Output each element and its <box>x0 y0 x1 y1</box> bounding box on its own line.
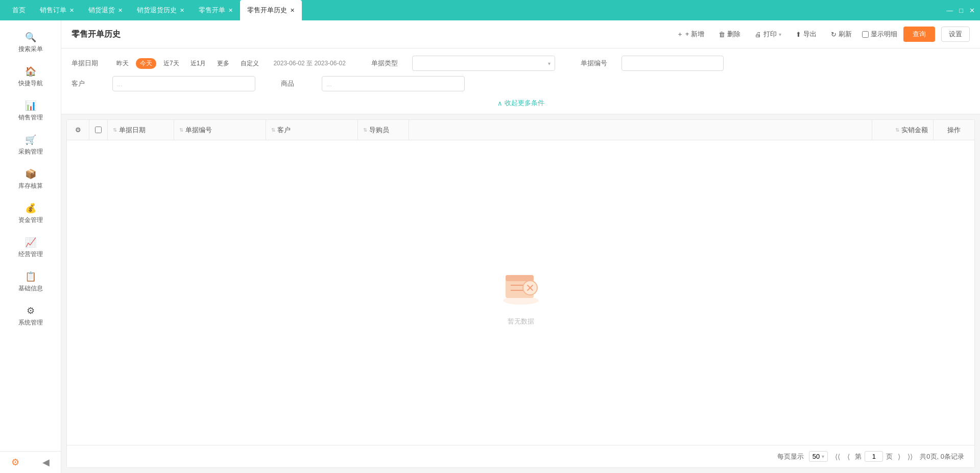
date-opt-1month[interactable]: 近1月 <box>186 58 210 69</box>
sort-amount-icon: ⇅ <box>895 128 899 133</box>
tab-retail-open-history[interactable]: 零售开单历史 ✕ <box>240 0 302 20</box>
sort-guide-icon: ⇅ <box>363 128 367 133</box>
close-tab-sales-order[interactable]: ✕ <box>69 7 74 14</box>
sort-order-no-icon: ⇅ <box>179 128 183 133</box>
th-guide[interactable]: ⇅ 导购员 <box>358 120 409 140</box>
th-spacer <box>409 120 872 140</box>
date-opt-more[interactable]: 更多 <box>213 58 233 69</box>
customer-input[interactable]: ... <box>112 76 255 91</box>
refresh-button[interactable]: ↻ 刷新 <box>827 28 856 41</box>
sidebar-item-purchase[interactable]: 🛒 采购管理 <box>0 128 61 162</box>
sidebar-bottom: ⚙ ◀ <box>0 451 61 473</box>
export-button[interactable]: ⬆ 导出 <box>792 28 821 41</box>
export-icon: ⬆ <box>796 31 801 38</box>
add-icon: ＋ <box>677 30 683 39</box>
first-page-btn[interactable]: ⟨⟨ <box>833 452 842 462</box>
th-checkbox[interactable] <box>89 120 108 140</box>
date-opt-today[interactable]: 今天 <box>136 58 156 69</box>
sidebar-item-quick-nav[interactable]: 🏠 快捷导航 <box>0 60 61 94</box>
table-header: ⚙ ⇅ 单据日期 ⇅ 单据编号 ⇅ 客户 ⇅ <box>67 120 974 140</box>
tab-home[interactable]: 首页 <box>5 0 33 20</box>
gear-icon: ⚙ <box>75 126 81 134</box>
total-info: 共0页, 0条记录 <box>920 452 964 461</box>
th-amount[interactable]: ⇅ 实销金额 <box>872 120 934 140</box>
print-button[interactable]: 🖨 打印 ▾ <box>751 28 785 41</box>
per-page-label: 每页显示 <box>777 452 804 461</box>
date-opt-yesterday[interactable]: 昨天 <box>112 58 133 69</box>
per-page-value: 50 <box>812 453 820 460</box>
delete-button[interactable]: 🗑 删除 <box>714 28 745 41</box>
page-title: 零售开单历史 <box>71 29 121 40</box>
tab-sales-order[interactable]: 销售订单 ✕ <box>33 0 81 20</box>
window-controls: — □ ✕ <box>946 7 975 14</box>
date-opt-7days[interactable]: 近7天 <box>159 58 183 69</box>
sidebar-settings-btn[interactable]: ⚙ <box>11 457 19 468</box>
goods-label: 商品 <box>281 79 312 88</box>
settings-button[interactable]: 设置 <box>941 27 970 42</box>
close-tab-sales-return[interactable]: ✕ <box>118 7 123 14</box>
system-icon: ⚙ <box>27 305 35 316</box>
add-button[interactable]: ＋ + 新增 <box>673 28 708 41</box>
th-op: 操作 <box>934 120 974 140</box>
maximize-btn[interactable]: □ <box>959 7 963 14</box>
empty-state: 暂无数据 <box>67 140 974 445</box>
window-close-btn[interactable]: ✕ <box>969 7 975 14</box>
sidebar-item-system[interactable]: ⚙ 系统管理 <box>0 299 61 333</box>
collapse-row: ∧ 收起更多条件 <box>71 96 970 110</box>
tab-sales-return[interactable]: 销货退货 ✕ <box>81 0 130 20</box>
order-no-label: 单据编号 <box>581 59 611 68</box>
page-nav: ⟨⟨ ⟨ 第 页 ⟩ ⟩⟩ <box>833 451 915 462</box>
operation-icon: 📈 <box>25 237 36 248</box>
next-page-btn[interactable]: ⟩ <box>896 452 902 462</box>
customer-label: 客户 <box>71 79 102 88</box>
sidebar-item-inventory[interactable]: 📦 库存核算 <box>0 162 61 196</box>
sales-icon: 📊 <box>25 100 36 111</box>
main-layout: 🔍 搜索采单 🏠 快捷导航 📊 销售管理 🛒 采购管理 📦 库存核算 💰 资金管… <box>0 20 980 473</box>
th-date[interactable]: ⇅ 单据日期 <box>108 120 174 140</box>
last-page-btn[interactable]: ⟩⟩ <box>905 452 915 462</box>
table-area: ⚙ ⇅ 单据日期 ⇅ 单据编号 ⇅ 客户 ⇅ <box>66 119 975 468</box>
purchase-icon: 🛒 <box>25 134 36 145</box>
close-tab-retail-open[interactable]: ✕ <box>228 7 233 14</box>
base-info-icon: 📋 <box>25 271 36 282</box>
date-opt-custom[interactable]: 自定义 <box>236 58 263 69</box>
print-icon: 🖨 <box>755 31 761 38</box>
th-gear[interactable]: ⚙ <box>67 120 89 140</box>
empty-illustration <box>495 260 546 311</box>
tab-sales-return-history[interactable]: 销货退货历史 ✕ <box>130 0 192 20</box>
prev-page-btn[interactable]: ⟨ <box>845 452 852 462</box>
order-type-label: 单据类型 <box>371 59 402 68</box>
close-tab-retail-open-history[interactable]: ✕ <box>290 7 295 14</box>
th-customer[interactable]: ⇅ 客户 <box>266 120 358 140</box>
filter-row-1: 单据日期 昨天 今天 近7天 近1月 更多 自定义 2023-06-02 至 2… <box>71 56 970 71</box>
order-no-input[interactable] <box>622 56 724 71</box>
sort-date-icon: ⇅ <box>113 128 117 133</box>
minimize-btn[interactable]: — <box>946 7 953 14</box>
per-page-select[interactable]: 50 ▾ <box>809 451 828 462</box>
close-tab-sales-return-history[interactable]: ✕ <box>180 7 184 14</box>
goods-input[interactable]: ... <box>322 76 465 91</box>
sidebar-item-search[interactable]: 🔍 搜索采单 <box>0 26 61 60</box>
select-all-checkbox[interactable] <box>95 127 102 133</box>
collapse-button[interactable]: ∧ 收起更多条件 <box>497 98 544 108</box>
empty-svg <box>495 260 546 311</box>
delete-icon: 🗑 <box>719 31 725 38</box>
empty-text: 暂无数据 <box>508 317 534 326</box>
date-label: 单据日期 <box>71 59 102 68</box>
date-range-text: 2023-06-02 至 2023-06-02 <box>273 59 345 68</box>
order-type-select[interactable]: ▾ <box>412 56 555 71</box>
display-detail-input[interactable] <box>862 31 869 38</box>
query-button[interactable]: 查询 <box>903 27 935 42</box>
collapse-arrow-icon: ∧ <box>497 99 503 107</box>
refresh-icon: ↻ <box>831 31 836 38</box>
sidebar-collapse-btn[interactable]: ◀ <box>42 457 50 468</box>
tab-retail-open[interactable]: 零售开单 ✕ <box>192 0 240 20</box>
sidebar-item-base-info[interactable]: 📋 基础信息 <box>0 265 61 299</box>
sidebar-item-operation[interactable]: 📈 经营管理 <box>0 231 61 265</box>
display-detail-checkbox[interactable]: 显示明细 <box>862 30 897 39</box>
page-input[interactable] <box>865 451 883 462</box>
top-bar: 首页 销售订单 ✕ 销货退货 ✕ 销货退货历史 ✕ 零售开单 ✕ 零售开单历史 … <box>0 0 980 20</box>
sidebar-item-finance[interactable]: 💰 资金管理 <box>0 196 61 231</box>
sidebar-item-sales[interactable]: 📊 销售管理 <box>0 94 61 128</box>
th-order-no[interactable]: ⇅ 单据编号 <box>174 120 266 140</box>
